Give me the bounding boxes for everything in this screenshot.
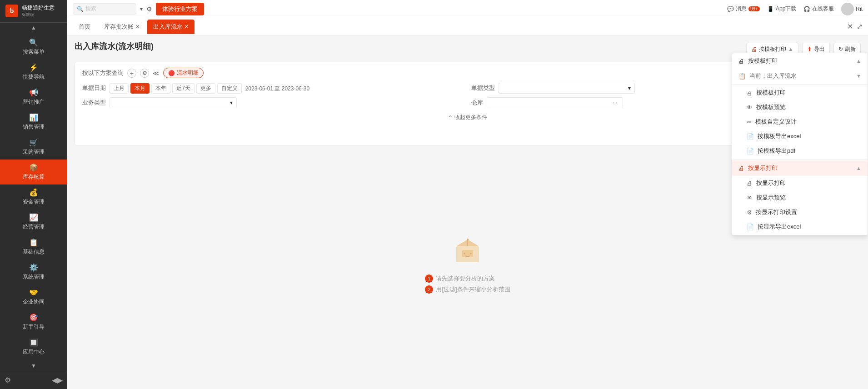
warehouse-input[interactable]: ··· (487, 97, 623, 108)
sidebar-icon-guide: 🎯 (29, 313, 38, 322)
sidebar-item-basic-info[interactable]: 📋 基础信息 (0, 234, 67, 259)
filter-tag[interactable]: 🔴 流水明细 (163, 68, 204, 78)
filter-add-button[interactable]: + (127, 69, 136, 78)
date-custom[interactable]: 自定义 (217, 83, 242, 94)
sidebar-item-quick-nav[interactable]: ⚡ 快捷导航 (0, 60, 67, 85)
dp-template-export-excel[interactable]: 📄 按模板导出excel (732, 129, 868, 144)
header-right: 💬 消息 99+ 📱 App下载 🎧 在线客服 Rit (727, 3, 863, 15)
type-select[interactable]: ▾ (499, 83, 635, 94)
filter-tag-icon: 🔴 (168, 70, 175, 76)
display-print-section-header[interactable]: 🖨 按显示打印 ▲ (732, 160, 868, 176)
business-arrow: ▾ (230, 100, 233, 106)
dp-template-pdf-label: 按模板导出pdf (758, 147, 795, 155)
dp-display-preview[interactable]: 👁 按显示预览 (732, 190, 868, 205)
sidebar-label-marketing: 营销推广 (23, 98, 45, 106)
warehouse-more-icon[interactable]: ··· (611, 100, 619, 106)
dp-display-excel-icon: 📄 (747, 224, 754, 230)
dp-template-preview-label: 按模板预览 (756, 103, 786, 111)
dp-display-preview-icon: 👁 (747, 194, 753, 201)
headset-icon: 🎧 (803, 6, 810, 12)
dp-display-export-excel[interactable]: 📄 按显示导出excel (732, 219, 868, 234)
tab-batch[interactable]: 库存批次账 ✕ (98, 20, 145, 34)
tab-flow-label: 出入库流水 (153, 23, 183, 31)
current-template-label: 当前：出入库流水 (749, 72, 797, 80)
sidebar-item-operation[interactable]: 📈 经营管理 (0, 209, 67, 234)
tabs-bar: 首页 库存批次账 ✕ 出入库流水 ✕ ✕ ⤢ (67, 18, 868, 35)
template-section-arrow-up[interactable]: ▲ (856, 58, 861, 64)
sidebar-item-inventory[interactable]: 📦 库存核算 (0, 160, 67, 185)
dp-template-print[interactable]: 🖨 按模板打印 (732, 85, 868, 100)
dp-display-excel-label: 按显示导出excel (758, 223, 801, 231)
sidebar-item-system[interactable]: ⚙️ 系统管理 (0, 259, 67, 284)
date-last-month[interactable]: 上月 (110, 83, 129, 94)
current-template-icon: 📋 (738, 73, 746, 80)
sidebar-icon-search: 🔍 (29, 38, 38, 47)
sidebar-item-guide[interactable]: 🎯 新手引导 (0, 309, 67, 334)
sidebar-item-purchase[interactable]: 🛒 采购管理 (0, 135, 67, 160)
tab-flow-close[interactable]: ✕ (185, 24, 189, 30)
dp-display-print-settings[interactable]: ⚙ 按显示打印设置 (732, 205, 868, 219)
sidebar-item-finance[interactable]: 💰 资金管理 (0, 185, 67, 209)
sidebar-help-icon[interactable]: ◀▶ (52, 376, 63, 384)
template-print-section-header[interactable]: 🖨 按模板打印 ▲ (732, 53, 868, 69)
message-label: 消息 (736, 5, 747, 13)
filter-label: 按以下方案查询 (82, 69, 124, 77)
dp-template-export-pdf[interactable]: 📄 按模板导出pdf (732, 144, 868, 158)
business-field-label: 业务类型 (82, 99, 106, 107)
tab-expand-icon[interactable]: ⤢ (857, 22, 863, 31)
user-avatar-item[interactable]: Rit (841, 3, 863, 15)
dp-template-preview[interactable]: 👁 按模板预览 (732, 100, 868, 115)
sidebar-item-marketing[interactable]: 📢 营销推广 (0, 85, 67, 110)
display-print-section-icon: 🖨 (738, 165, 744, 172)
print-arrow-up[interactable]: ▲ (788, 46, 793, 52)
warehouse-field-label: 仓库 (471, 99, 483, 107)
trial-button[interactable]: 体验行业方案 (156, 3, 204, 15)
sidebar-item-search[interactable]: 🔍 搜索菜单 (0, 35, 67, 60)
current-template-arrow[interactable]: ▼ (856, 73, 861, 79)
dp-display-print-label: 按显示打印 (756, 179, 786, 187)
sidebar-icon-finance: 💰 (29, 188, 38, 197)
current-template-item[interactable]: 📋 当前：出入库流水 ▼ (732, 69, 868, 83)
empty-hint-1: 1 请先选择要分析的方案 (425, 274, 510, 283)
dp-template-customize-label: 模板自定义设计 (755, 118, 797, 126)
main: 🔍 搜索 ▾ ⚙ 体验行业方案 💬 消息 99+ 📱 App下载 🎧 在线客服 (67, 0, 868, 389)
dp-display-print-icon: 🖨 (747, 180, 753, 187)
svg-point-5 (464, 253, 465, 254)
sidebar-item-app-center[interactable]: 🔲 应用中心 (0, 334, 67, 359)
tab-close-icon[interactable]: ✕ (847, 22, 853, 31)
date-this-year[interactable]: 本年 (151, 83, 170, 94)
sidebar-label-search: 搜索菜单 (23, 48, 45, 56)
filter-business-field: 业务类型 ▾ (82, 97, 464, 108)
sidebar-scroll-up[interactable]: ▲ (0, 23, 67, 33)
tab-batch-close[interactable]: ✕ (135, 24, 140, 30)
sidebar-item-enterprise[interactable]: 🤝 企业协同 (0, 284, 67, 309)
business-select[interactable]: ▾ (110, 97, 237, 108)
print-icon: 🖨 (751, 46, 757, 53)
header-search[interactable]: 🔍 搜索 (73, 3, 136, 15)
header-left: 🔍 搜索 ▾ ⚙ 体验行业方案 (73, 3, 723, 15)
dp-template-print-label: 按模板打印 (756, 89, 786, 97)
message-item[interactable]: 💬 消息 99+ (727, 5, 760, 13)
date-this-month[interactable]: 本月 (130, 83, 150, 94)
search-icon: 🔍 (77, 6, 84, 12)
date-7days[interactable]: 近7天 (172, 83, 195, 94)
app-download-item[interactable]: 📱 App下载 (767, 5, 796, 13)
online-service-item[interactable]: 🎧 在线客服 (803, 5, 834, 13)
tab-flow[interactable]: 出入库流水 ✕ (147, 20, 195, 34)
dp-display-print[interactable]: 🖨 按显示打印 (732, 176, 868, 190)
tab-home[interactable]: 首页 (73, 20, 96, 34)
sidebar-scroll-down[interactable]: ▼ (0, 361, 67, 371)
date-more[interactable]: 更多 (196, 83, 215, 94)
display-section-arrow-up[interactable]: ▲ (856, 165, 861, 171)
dp-template-pdf-icon: 📄 (747, 148, 754, 155)
dp-display-export-pdf[interactable]: 📄 按显示导出pdf (732, 234, 868, 235)
sidebar-item-sales[interactable]: 📊 销售管理 (0, 110, 67, 135)
header-dropdown-arrow[interactable]: ▾ (140, 6, 143, 12)
dp-template-customize[interactable]: ✏ 模板自定义设计 (732, 115, 868, 129)
filter-collapse-icon[interactable]: ≪ (153, 70, 160, 77)
hint-text-1: 请先选择要分析的方案 (436, 274, 495, 283)
export-icon: ⬆ (807, 46, 812, 53)
sidebar-settings-icon[interactable]: ⚙ (5, 376, 11, 384)
header-gear-icon[interactable]: ⚙ (146, 5, 152, 13)
filter-gear-button[interactable]: ⚙ (140, 69, 149, 78)
